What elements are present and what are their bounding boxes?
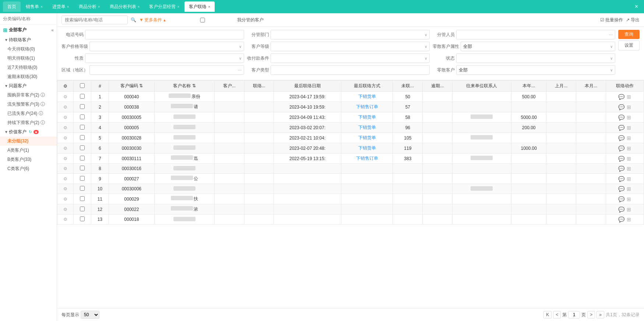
nav-tab-customer-tier[interactable]: 客户分层经营 × — [145, 1, 184, 12]
sidebar-item-declining[interactable]: 持续下滑客户(2) ⓘ — [0, 118, 57, 127]
overdue-header[interactable]: 逾期... — [423, 81, 453, 92]
partner-contact-header[interactable]: 往来单位联系人 — [452, 81, 511, 92]
contact-method-link[interactable]: 下销货单 — [358, 135, 376, 140]
dept-select[interactable]: ∨ — [271, 30, 430, 39]
gear-cell[interactable]: ⚙ — [57, 92, 74, 102]
checkbox-cell[interactable] — [74, 184, 91, 194]
checkbox-cell[interactable] — [74, 154, 91, 164]
grid-action-icon[interactable]: ⊞ — [627, 114, 631, 120]
chat-icon[interactable]: 💬 — [618, 196, 624, 202]
prev-page-button[interactable]: < — [553, 311, 561, 318]
gear-cell[interactable]: ⚙ — [57, 133, 74, 143]
export-btn[interactable]: ↗ 导出 — [626, 17, 640, 23]
grid-action-icon[interactable]: ⊞ — [627, 196, 631, 202]
window-close-button[interactable]: × — [632, 3, 641, 10]
checkbox-cell[interactable] — [74, 112, 91, 123]
sidebar-item-ungroup[interactable]: 未分组(32) — [0, 137, 57, 146]
sidebar-group-pending[interactable]: ▼ 待联络客户 — [0, 35, 57, 45]
gear-cell[interactable]: ⚙ — [57, 154, 74, 164]
grid-action-icon[interactable]: ⊞ — [627, 135, 631, 141]
customer-type-input[interactable] — [271, 65, 430, 75]
nav-tab-customer-contact[interactable]: 客户联络 × — [184, 1, 215, 12]
gear-cell[interactable]: ⚙ — [57, 112, 74, 123]
last-month-header[interactable]: 上月... — [546, 81, 576, 92]
filter-more-btn[interactable]: ▼ 更多条件 ▲ — [139, 17, 166, 23]
phone-input[interactable] — [85, 30, 244, 39]
refresh-icon[interactable]: ↻ — [29, 130, 32, 134]
grid-action-icon[interactable]: ⊞ — [627, 145, 631, 151]
region-input[interactable]: ··· — [89, 65, 244, 75]
gear-cell[interactable]: ⚙ — [57, 194, 74, 204]
type-header[interactable]: 客户... — [214, 81, 244, 92]
chat-icon[interactable]: 💬 — [618, 207, 624, 212]
grid-action-icon[interactable]: ⊞ — [627, 216, 631, 222]
last-page-button[interactable]: » — [597, 311, 604, 318]
page-input[interactable] — [568, 311, 580, 318]
chat-icon[interactable]: 💬 — [618, 216, 624, 222]
per-page-select[interactable]: 50 20 100 — [81, 311, 99, 319]
checkbox-cell[interactable] — [74, 123, 91, 133]
sidebar-item-class-c[interactable]: C类客户(6) — [0, 164, 57, 173]
chat-icon[interactable]: 💬 — [618, 125, 624, 131]
payment-select[interactable]: ∨ — [271, 53, 430, 63]
sidebar-group-problem[interactable]: ▼ 问题客户 — [0, 81, 57, 91]
chat-icon[interactable]: 💬 — [618, 114, 624, 120]
gear-cell[interactable]: ⚙ — [57, 164, 74, 174]
gear-cell[interactable]: ⚙ — [57, 204, 74, 215]
last-contact-method-cell[interactable]: 下销货单 — [341, 133, 393, 143]
contact-method-link[interactable]: 下销货单 — [358, 125, 376, 130]
chat-icon[interactable]: 💬 — [618, 94, 624, 100]
last-contact-method-cell[interactable] — [341, 184, 393, 194]
grid-action-icon[interactable]: ⊞ — [627, 207, 631, 212]
gear-header[interactable]: ⚙ — [57, 81, 74, 92]
checkbox-cell[interactable] — [74, 102, 91, 112]
batch-ops-btn[interactable]: ☑ 批量操作 — [600, 17, 623, 23]
this-year-header[interactable]: 本年... — [511, 81, 546, 92]
close-customer-tier-icon[interactable]: × — [177, 5, 179, 9]
grid-action-icon[interactable]: ⊞ — [627, 125, 631, 131]
last-contact-method-cell[interactable] — [341, 215, 393, 225]
sidebar-item-class-a[interactable]: A类客户(1) — [0, 146, 57, 155]
code-header[interactable]: 客户编码 ⇅ — [109, 81, 154, 92]
uncontacted-header[interactable]: 未联... — [393, 81, 423, 92]
customer-level-select[interactable]: ∨ — [271, 42, 430, 51]
grid-action-icon[interactable]: ⊞ — [627, 156, 631, 162]
gear-cell[interactable]: ⚙ — [57, 184, 74, 194]
last-contact-method-header[interactable]: 最后联络方式 — [341, 81, 393, 92]
checkbox-cell[interactable] — [74, 133, 91, 143]
this-month-header[interactable]: 本月... — [576, 81, 606, 92]
checkbox-cell[interactable] — [74, 204, 91, 215]
chat-icon[interactable]: 💬 — [618, 166, 624, 172]
last-contact-method-cell[interactable]: 下销货单 — [341, 112, 393, 123]
price-level-select[interactable]: ∨ — [89, 42, 244, 51]
contact-method-link[interactable]: 下销货单 — [358, 94, 376, 99]
collapse-sidebar-icon[interactable]: « — [51, 28, 54, 33]
nav-tab-sales[interactable]: 销售单 × — [21, 1, 47, 12]
gear-cell[interactable]: ⚙ — [57, 143, 74, 154]
status-select[interactable]: ∨ — [456, 53, 615, 63]
chat-icon[interactable]: 💬 — [618, 145, 624, 151]
last-contact-method-cell[interactable] — [341, 164, 393, 174]
chat-icon[interactable]: 💬 — [618, 176, 624, 182]
last-contact-method-cell[interactable]: 下销货单 — [341, 92, 393, 102]
name-header[interactable]: 客户名称 ⇅ — [154, 81, 214, 92]
nav-tab-purchase[interactable]: 进货单 × — [48, 1, 74, 12]
sidebar-item-class-b[interactable]: B类客户(33) — [0, 155, 57, 164]
nav-tab-home[interactable]: 首页 — [3, 1, 21, 12]
grid-action-icon[interactable]: ⊞ — [627, 166, 631, 172]
checkbox-header[interactable] — [74, 81, 91, 92]
nav-tab-analysis[interactable]: 商品分析 × — [74, 1, 105, 12]
sidebar-item-7days[interactable]: 近7天待联络(0) — [0, 63, 57, 72]
first-page-button[interactable]: K — [543, 311, 552, 318]
close-purchase-icon[interactable]: × — [67, 5, 69, 9]
search-button[interactable]: 查询 — [618, 30, 640, 39]
contact-method-link[interactable]: 下销售订单 — [356, 104, 378, 109]
close-analysis-icon[interactable]: × — [98, 5, 100, 9]
retail-attr-select[interactable]: 全部 ∨ — [461, 42, 615, 51]
sidebar-item-today[interactable]: 今天待联络(0) — [0, 45, 57, 54]
select-all-checkbox[interactable] — [80, 83, 85, 88]
last-contact-method-cell[interactable] — [341, 174, 393, 184]
next-page-button[interactable]: > — [587, 311, 595, 318]
last-contact-method-cell[interactable] — [341, 204, 393, 215]
close-analysis-list-icon[interactable]: × — [138, 5, 140, 9]
